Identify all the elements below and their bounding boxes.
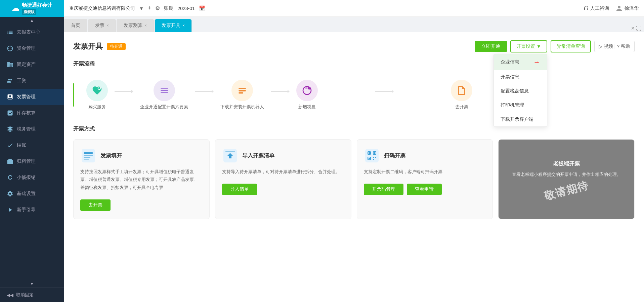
calendar-icon[interactable]: 📅 [199,5,205,11]
video-label: 视频 [604,43,613,49]
svg-rect-2 [239,88,246,89]
tab-invoice-calc-close[interactable]: × [144,23,147,28]
flow-steps: + 购买服务 企业开通配置开票六要素 [73,74,635,115]
settlement-icon [7,142,13,149]
step-4-icon: 税+ [296,80,318,101]
sidebar-bottom-action[interactable]: ◀◀ 取消固定 [0,288,64,302]
dropdown-tax-disk-label: 配置税盘信息 [501,88,529,93]
scan-manage-btn[interactable]: 开票码管理 [364,184,403,195]
support-label: 人工咨询 [590,5,609,11]
sidebar-item-inventory[interactable]: 库存核算 [0,105,64,121]
support-btn[interactable]: 人工咨询 [584,5,609,11]
tab-invoice-calc[interactable]: 发票测算 × [117,19,154,32]
import-desc: 支持导入待开票清单，可对待开票清单进行拆分、合并处理。 [222,168,344,176]
main-content: 发票开具 待开通 立即开通 开票设置 ▼ 企业信息 → [64,32,644,302]
headset-icon [584,6,589,11]
settings-button[interactable]: 开票设置 ▼ [510,40,547,52]
fill-in-btn[interactable]: 去开票 [80,199,111,211]
sidebar-item-tax[interactable]: 税务管理 [0,121,64,137]
sidebar-item-fund[interactable]: 资金管理 [0,40,64,56]
settings-gear-icon[interactable]: ⚙ [155,5,160,11]
boss-disabled-title: 老板端开票 [553,160,580,167]
tab-invoice[interactable]: 发票 × [88,19,116,32]
tab-invoice-close[interactable]: × [106,23,109,28]
step-2-label: 企业开通配置开票六要素 [140,104,188,110]
period-label: 账期 [164,5,173,11]
dropdown-item-invoice-info[interactable]: 开票信息 [494,70,547,84]
period-value: 2023-01 [177,6,195,11]
dropdown-item-download-client[interactable]: 下载开票客户端 [494,112,547,126]
tab-bar: 首页 发票 × 发票测算 × 发票开具 × × ⛶ [64,17,644,32]
video-help-button[interactable]: ▷ 视频 | ? 帮助 [594,41,635,52]
svg-text:+: + [98,87,99,89]
boss-disabled-overlay: 老板端开票 查看老板端小程序提交的开票申请，并作出相应的处理。 敬请期待 [499,140,634,219]
tab-maximize-btn[interactable]: ⛶ [636,26,641,32]
activate-button[interactable]: 立即开通 [475,41,507,52]
scan-view-btn[interactable]: 查看申请 [407,184,442,195]
user-info[interactable]: 徐泽华 [616,5,639,12]
sidebar-scroll-up[interactable]: ▲ [0,17,64,24]
separator: | [614,44,616,49]
tab-close-all-btn[interactable]: × [631,25,635,32]
dropdown-download-client-label: 下载开票客户端 [501,116,533,122]
flow-section: 开票流程 + 购买服务 [73,61,635,115]
logo-text: 畅捷通好会计 [22,2,52,8]
method-card-boss: 老板端开票 老板端开票 查看老板端小程序提交的开票申请，并作出相应的处理。 敬请… [498,139,635,219]
sidebar-scroll-down[interactable]: ▼ [0,280,64,288]
sidebar-label-fixed-assets: 固定资产 [17,62,36,68]
logo-badge: 旗舰版 [22,9,36,15]
scan-desc: 支持定制开票二维码，客户端可扫码开票 [364,168,486,176]
tab-invoice-calc-label: 发票测算 [124,23,142,29]
sidebar-item-invoice[interactable]: 发票管理 [0,89,64,105]
step-5-label: 去开票 [455,104,468,110]
sidebar-label-archive: 归档管理 [17,158,36,164]
sidebar-item-payroll[interactable]: 工资 [0,73,64,89]
sidebar-item-xiaochang[interactable]: C 小畅报销 [0,169,64,186]
sidebar-item-cloud-report[interactable]: 云报表中心 [0,24,64,40]
svg-rect-20 [369,152,370,154]
red-arrow-icon: → [533,58,540,66]
company-dropdown-icon[interactable]: ▼ [139,6,144,11]
sidebar-label-inventory: 库存核算 [17,110,36,116]
flow-arrow-1 [115,90,133,93]
svg-rect-4 [239,92,243,93]
abnormal-button[interactable]: 异常清单查询 [551,40,591,52]
sidebar-item-settings[interactable]: 基础设置 [0,186,64,202]
fill-in-desc: 支持按照发票样式手工填开发票；可开具增值税电子普通发票、增值税普通发票、增值税专… [80,168,203,191]
tab-invoice-open-close[interactable]: × [182,23,185,28]
dropdown-item-company-info[interactable]: 企业信息 → [494,54,547,70]
flow-step-1-wrapper: + 购买服务 [73,74,115,115]
flow-arrow-3 [271,90,290,93]
logo-icon: ☁ [12,4,19,13]
settings-dropdown-chevron: ▼ [536,44,541,49]
tab-home[interactable]: 首页 [64,19,87,32]
sidebar-item-archive[interactable]: 归档管理 [0,153,64,169]
logo-area: ☁ 畅捷通好会计 旗舰版 [0,0,64,17]
sidebar-item-guide[interactable]: 新手引导 [0,202,64,218]
flow-arrow-2 [195,90,214,93]
header-actions: 立即开通 开票设置 ▼ 企业信息 → 开票信息 [475,40,635,52]
sidebar-item-fixed-assets[interactable]: 固定资产 [0,56,64,73]
step-2-icon [154,80,175,101]
sidebar-label-cloud-report: 云报表中心 [17,29,40,35]
play-icon: ▷ [599,44,602,49]
top-bar: 重庆畅捷交通信息咨询有限公司 ▼ + ⚙ 账期 2023-01 📅 人工咨询 徐… [64,0,644,17]
sidebar-label-invoice: 发票管理 [17,94,36,100]
tab-invoice-open[interactable]: 发票开具 × [155,19,192,32]
svg-rect-16 [365,149,379,162]
settings-dropdown-menu: 企业信息 → 开票信息 配置税盘信息 打印机管理 下 [493,54,547,127]
dropdown-item-printer[interactable]: 打印机管理 [494,98,547,112]
import-icon [222,148,238,164]
dropdown-company-info-label: 企业信息 [501,59,519,65]
dropdown-item-tax-disk[interactable]: 配置税盘信息 [494,84,547,98]
method-section-title: 开票方式 [73,125,635,133]
page-header: 发票开具 待开通 立即开通 开票设置 ▼ 企业信息 → [73,40,635,52]
sidebar-item-settlement[interactable]: 结账 [0,137,64,153]
company-name: 重庆畅捷交通信息咨询有限公司 [69,5,135,11]
cloud-report-icon [7,29,13,36]
flow-step-2: 企业开通配置开票六要素 [133,74,195,115]
add-company-btn[interactable]: + [148,5,152,12]
step-3-label: 下载并安装开票机器人 [220,104,264,110]
import-btn[interactable]: 导入清单 [222,184,257,195]
method-card-fill-in: 发票填开 支持按照发票样式手工填开发票；可开具增值税电子普通发票、增值税普通发票… [73,139,210,219]
